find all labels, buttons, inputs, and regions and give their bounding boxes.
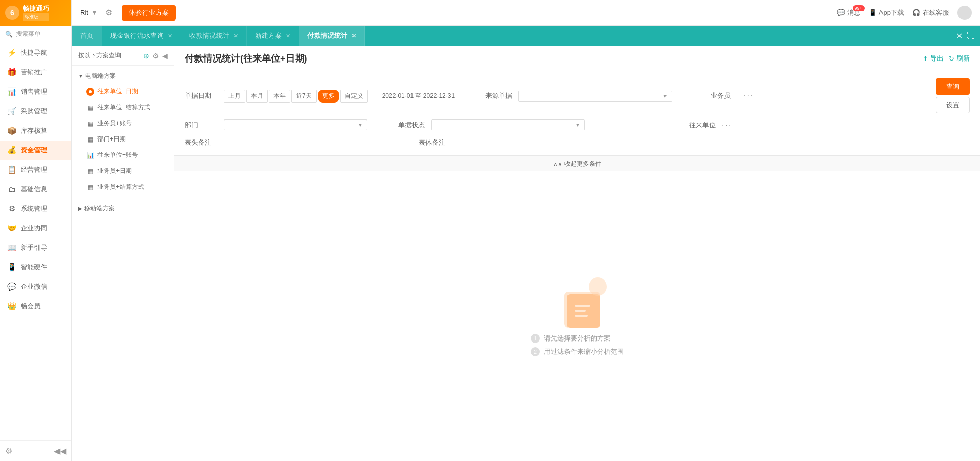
export-btn[interactable]: ⬆ 导出 (923, 54, 944, 63)
staff-select-dots[interactable]: ··· (743, 91, 759, 101)
scheme-item-partner-account[interactable]: 📊 往来单位+账号 (72, 147, 174, 163)
date-range-text: 2022-01-01 至 2022-12-31 (382, 92, 455, 101)
sidebar-item-cooperation[interactable]: 🤝 企业协同 (0, 218, 71, 238)
body-remark-input[interactable] (452, 136, 616, 148)
guide-icon: 📖 (7, 243, 16, 252)
scheme-item-label: 业务员+结算方式 (97, 183, 144, 191)
avatar[interactable] (957, 6, 972, 20)
close-all-tabs-icon[interactable]: ✕ (956, 31, 963, 41)
tip-num-2: 2 (531, 347, 540, 356)
sidebar-item-sales[interactable]: 📊 销售管理 (0, 82, 71, 102)
doc-status-select[interactable]: ▼ (431, 119, 585, 130)
tab-new-scheme-close-icon[interactable]: ✕ (286, 33, 290, 39)
svg-point-2 (589, 277, 607, 296)
cooperation-icon: 🤝 (7, 224, 16, 233)
sidebar-item-wechat[interactable]: 💬 企业微信 (0, 277, 71, 296)
table-icon: ▦ (86, 119, 94, 128)
messages-btn[interactable]: 💬 消息 99+ (837, 8, 860, 17)
expand-tab-icon[interactable]: ⛶ (967, 31, 975, 41)
collapse-filter-btn[interactable]: ∧∧ 收起更多条件 (174, 156, 980, 171)
dept-arrow-icon: ▼ (358, 122, 363, 128)
dept-label: 部门 (185, 121, 213, 130)
scheme-group-pc-label: 电脑端方案 (85, 72, 116, 81)
tab-payment-stats[interactable]: 收款情况统计 ✕ (181, 26, 247, 46)
tab-home[interactable]: 首页 (72, 26, 102, 46)
tab-bank-flow-close-icon[interactable]: ✕ (168, 33, 172, 39)
date-btn-last-month[interactable]: 上月 (224, 90, 245, 103)
sidebar-item-capital[interactable]: 💰 资金管理 (0, 141, 71, 160)
logo-text: 畅捷通巧 标准版 (23, 5, 49, 22)
scheme-panel-header: 按以下方案查询 ⊕ ⚙ ◀ (72, 46, 174, 66)
scheme-panel-actions: ⊕ ⚙ ◀ (143, 52, 168, 60)
scheme-item-partner-date[interactable]: 往来单位+日期 (72, 84, 174, 99)
scheme-group-mobile-header[interactable]: ▶ 移动端方案 (72, 201, 174, 216)
headset-icon: 🎧 (912, 9, 920, 16)
scheme-item-dept-date[interactable]: ▦ 部门+日期 (72, 131, 174, 147)
filter-settings-btn[interactable]: 设置 (936, 97, 970, 113)
add-scheme-icon[interactable]: ⊕ (143, 52, 149, 60)
company-selector[interactable]: Rit ▼ (80, 9, 98, 16)
sidebar-item-operation[interactable]: 📋 经营管理 (0, 160, 71, 179)
header-remark-input[interactable] (224, 136, 388, 148)
sidebar-item-system[interactable]: ⚙ 系统管理 (0, 199, 71, 218)
marketing-icon: 🎁 (7, 68, 16, 77)
scheme-item-staff-account[interactable]: ▦ 业务员+账号 (72, 115, 174, 131)
tab-bank-flow-label: 现金银行流水查询 (110, 31, 164, 41)
system-icon: ⚙ (7, 204, 16, 213)
scheme-item-label: 部门+日期 (97, 135, 126, 144)
scheme-group-pc-header[interactable]: ▼ 电脑端方案 (72, 69, 174, 84)
partner-select-dots[interactable]: ··· (722, 121, 737, 130)
partner-label: 往来单位 (689, 121, 718, 130)
tab-bank-flow[interactable]: 现金银行流水查询 ✕ (102, 26, 181, 46)
sidebar-item-hardware[interactable]: 📱 智能硬件 (0, 257, 71, 277)
scheme-item-partner-settle[interactable]: ▦ 往来单位+结算方式 (72, 99, 174, 115)
collapse-scheme-icon[interactable]: ◀ (162, 52, 168, 60)
nav-label: 经营管理 (21, 165, 47, 174)
topbar-settings-icon[interactable]: ⚙ (105, 8, 112, 17)
nav-label: 系统管理 (21, 204, 47, 213)
date-btn-this-year[interactable]: 本年 (269, 90, 290, 103)
active-radio-icon (86, 88, 94, 96)
search-menu[interactable]: 🔍 搜索菜单 (0, 26, 71, 43)
nav-label: 企业微信 (21, 282, 47, 291)
sidebar-item-marketing[interactable]: 🎁 营销推广 (0, 63, 71, 82)
source-doc-select[interactable]: ▼ (518, 91, 672, 102)
company-name: Rit (80, 9, 88, 16)
refresh-btn[interactable]: ↻ 刷新 (949, 54, 970, 63)
svg-rect-5 (575, 315, 588, 317)
scheme-item-staff-date[interactable]: ▦ 业务员+日期 (72, 163, 174, 179)
staff-label: 业务员 (711, 91, 739, 101)
scheme-settings-icon[interactable]: ⚙ (152, 52, 159, 60)
logo-name: 畅捷通巧 (23, 5, 49, 13)
nav-label: 库存核算 (21, 126, 47, 135)
dept-select[interactable]: ▼ (224, 119, 367, 130)
tab-payment-detail-close-icon[interactable]: ✕ (351, 33, 356, 39)
nav-label: 营销推广 (21, 68, 47, 77)
settings-gear-icon[interactable]: ⚙ (5, 446, 12, 456)
date-btn-more[interactable]: 更多 (318, 90, 339, 103)
basic-info-icon: 🗂 (7, 185, 16, 194)
sidebar-item-quick-nav[interactable]: ⚡ 快捷导航 (0, 43, 71, 63)
collapse-sidebar-icon[interactable]: ◀◀ (54, 446, 66, 456)
tab-home-label: 首页 (80, 31, 93, 41)
tab-new-scheme[interactable]: 新建方案 ✕ (247, 26, 299, 46)
tab-payment-detail[interactable]: 付款情况统计 ✕ (299, 26, 365, 46)
date-btn-7days[interactable]: 近7天 (291, 90, 317, 103)
sidebar-item-member[interactable]: 👑 畅会员 (0, 296, 71, 316)
app-download-btn[interactable]: 📱 App下载 (869, 8, 904, 17)
query-btn[interactable]: 查询 (936, 78, 970, 95)
header-remark-label: 表头备注 (185, 138, 213, 147)
scheme-item-staff-settle[interactable]: ▦ 业务员+结算方式 (72, 179, 174, 195)
scheme-item-label: 往来单位+结算方式 (97, 103, 150, 112)
sidebar-item-purchase[interactable]: 🛒 采购管理 (0, 102, 71, 121)
date-btn-custom[interactable]: 自定义 (340, 90, 368, 103)
sidebar-item-basic-info[interactable]: 🗂 基础信息 (0, 179, 71, 199)
tab-payment-stats-close-icon[interactable]: ✕ (233, 33, 238, 39)
empty-tip-1: 1 请先选择要分析的方案 (531, 334, 624, 343)
date-btn-this-month[interactable]: 本月 (246, 90, 268, 103)
sidebar-item-guide[interactable]: 📖 新手引导 (0, 238, 71, 257)
sidebar-item-inventory[interactable]: 📦 库存核算 (0, 121, 71, 141)
online-service-btn[interactable]: 🎧 在线客服 (912, 8, 949, 17)
trial-btn[interactable]: 体验行业方案 (122, 5, 176, 21)
content-area: 按以下方案查询 ⊕ ⚙ ◀ ▼ 电脑端方案 往来单位+日期 ▦ (72, 46, 980, 461)
